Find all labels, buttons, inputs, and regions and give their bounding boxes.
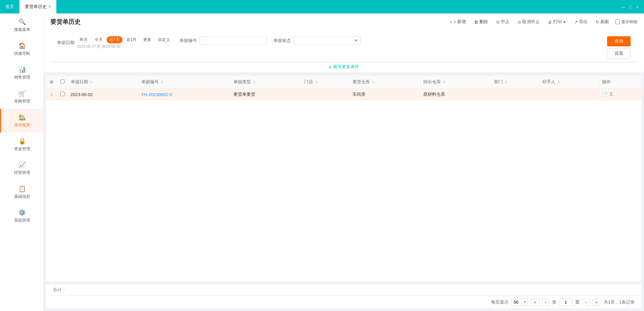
date-filter-group: 单据日期 昨天 今天 近7天 近1月 更多 自定义 2023-05-27 至 2…	[57, 36, 173, 49]
sort-handler-icon[interactable]: ⇅	[557, 80, 560, 84]
export-icon: ↗	[574, 19, 578, 25]
sidebar-item-quick-nav[interactable]: 🏠 快捷导航	[0, 37, 43, 61]
tab-order-history[interactable]: 要货单历史 ×	[19, 0, 56, 13]
cell-store	[301, 89, 350, 100]
sort-store-icon[interactable]: ⇅	[315, 80, 318, 84]
date-opt-7days[interactable]: 近7天	[107, 36, 122, 43]
page-total-info: 共1页，1条记录	[604, 299, 635, 305]
order-no-label: 单据编号	[179, 38, 197, 44]
table-summary: 合计：	[46, 284, 641, 296]
cell-department	[491, 89, 539, 100]
last-page-button[interactable]: »	[592, 299, 601, 306]
new-button[interactable]: ＋ + 新增	[447, 17, 468, 26]
sort-date-icon[interactable]: ⇅	[90, 80, 93, 84]
date-filter-options: 昨天 今天 近7天 近1月 更多 自定义 2023-05-27 至 2023-0…	[77, 36, 173, 49]
export-button[interactable]: ↗ 导出	[572, 17, 590, 26]
date-option-list: 昨天 今天 近7天 近1月 更多 自定义	[77, 36, 173, 43]
table-row: 1 2023-06-02 YH-20230602-0 要货单要货 车间库 原材料…	[46, 89, 641, 100]
maximize-icon[interactable]: □	[630, 4, 632, 9]
close-window-icon[interactable]: ×	[636, 4, 639, 9]
date-filter-label: 单据日期	[57, 40, 74, 46]
cell-handler	[540, 89, 599, 100]
filter-settings-button[interactable]: 设置	[607, 48, 631, 58]
row-more-icon[interactable]: ⠿	[609, 92, 613, 97]
sidebar-item-search-menu[interactable]: 🔍 搜索菜单	[0, 13, 43, 37]
page-size-select[interactable]: 50 20 100 200	[511, 299, 528, 306]
display-detail-checkbox[interactable]	[615, 19, 620, 24]
date-opt-today[interactable]: 今天	[92, 36, 105, 43]
sidebar: 🔍 搜索菜单 🏠 快捷导航 📊 销售管理 🛒 采购管理 🏡 库存核算 🔒 资金管…	[0, 13, 44, 311]
select-all-checkbox[interactable]	[60, 79, 65, 84]
display-detail-toggle[interactable]: 显示明细	[615, 19, 637, 25]
sort-dept-icon[interactable]: ⇅	[505, 80, 507, 84]
refresh-button[interactable]: ↻ 刷新	[594, 17, 611, 26]
sidebar-item-system[interactable]: ⚙️ 系统管理	[0, 204, 43, 228]
col-actions: 操作	[599, 76, 641, 89]
date-range-display: 2023-05-27 至 2023-06-02	[77, 44, 173, 49]
pagination-bar: 每页显示 50 20 100 200 « ‹ 第 页 › » 共1页，1条记录	[46, 296, 641, 308]
cell-pending-warehouse: 原材料仓库	[421, 89, 491, 100]
toolbar: ＋ + 新增 🗑 删除 ⊙ 中止 ⊙ 取消中止	[447, 17, 637, 26]
data-table: ⚙ 单据日期 ⇅ 单据编号 ⇅ 单据类型	[46, 76, 641, 100]
date-opt-yesterday[interactable]: 昨天	[77, 36, 91, 43]
sort-pending-wh-icon[interactable]: ⇅	[443, 80, 445, 84]
order-no-link[interactable]: YH-20230602-0	[141, 92, 172, 97]
col-pending-warehouse: 待出仓库 ⇅	[421, 76, 491, 89]
filter-actions: 查询 设置	[607, 36, 631, 58]
print-icon: 🖨	[548, 19, 552, 25]
order-no-filter-group: 单据编号	[179, 36, 267, 45]
basic-info-icon: 📋	[18, 185, 26, 192]
purchase-icon: 🛒	[18, 90, 26, 97]
col-settings[interactable]: ⚙	[46, 76, 57, 89]
new-icon: ＋	[449, 19, 453, 25]
tab-bar: 首页 要货单历史 ×	[0, 0, 621, 13]
sidebar-item-inventory[interactable]: 🏡 库存核算	[0, 109, 43, 133]
cancel-stop-button[interactable]: ⊙ 取消中止	[516, 17, 542, 26]
sort-type-icon[interactable]: ⇅	[253, 80, 256, 84]
date-opt-more[interactable]: 更多	[141, 36, 154, 43]
sidebar-item-purchase[interactable]: 🛒 采购管理	[0, 85, 43, 109]
page-header: 要货单历史 ＋ + 新增 🗑 删除 ⊙ 中止 ⊙	[44, 13, 644, 73]
filter-bar: 单据日期 昨天 今天 近7天 近1月 更多 自定义 2023-05-27 至 2…	[50, 33, 637, 62]
next-page-button[interactable]: ›	[582, 299, 590, 306]
sidebar-item-basic-info[interactable]: 📋 基础信息	[0, 180, 43, 204]
date-opt-custom[interactable]: 自定义	[155, 36, 173, 43]
col-checkbox	[57, 76, 68, 89]
first-page-button[interactable]: «	[531, 299, 539, 306]
page-label-before: 第	[552, 299, 556, 305]
sidebar-item-operation[interactable]: 📈 经营管理	[0, 157, 43, 180]
cell-order-type: 要货单要货	[231, 89, 302, 100]
delete-button[interactable]: 🗑 删除	[472, 17, 490, 26]
sort-order-no-icon[interactable]: ⇅	[161, 80, 163, 84]
inventory-icon: 🏡	[18, 114, 26, 121]
status-label: 单据状态	[273, 38, 291, 44]
expand-more-btn[interactable]: ∨ 展开更多条件	[50, 62, 637, 73]
order-no-input[interactable]	[200, 36, 267, 45]
close-tab-icon[interactable]: ×	[49, 4, 51, 9]
operation-icon: 📈	[18, 161, 26, 169]
stop-button[interactable]: ⊙ 中止	[494, 17, 512, 26]
page-number-input[interactable]	[559, 299, 573, 306]
col-order-no: 单据编号 ⇅	[139, 76, 231, 89]
prev-page-button[interactable]: ‹	[542, 299, 549, 306]
sidebar-item-sales[interactable]: 📊 销售管理	[0, 61, 43, 85]
minimize-icon[interactable]: —	[621, 4, 626, 9]
row-checkbox-cell	[57, 89, 68, 100]
col-store: 门店 ⇅	[301, 76, 350, 89]
status-select[interactable]	[293, 36, 361, 45]
sort-req-wh-icon[interactable]: ⇅	[372, 80, 375, 84]
query-button[interactable]: 查询	[607, 36, 631, 46]
date-opt-1month[interactable]: 近1月	[124, 36, 140, 43]
print-button[interactable]: 🖨 打印 ▼	[546, 17, 568, 26]
row-checkbox[interactable]	[60, 92, 65, 96]
table-container: ⚙ 单据日期 ⇅ 单据编号 ⇅ 单据类型	[46, 76, 641, 281]
tab-home[interactable]: 首页	[0, 0, 19, 13]
cell-actions: 📄 ⠿	[599, 89, 641, 100]
window-controls: — □ ×	[621, 4, 644, 9]
sidebar-item-finance[interactable]: 🔒 资金管理	[0, 133, 43, 157]
system-icon: ⚙️	[18, 209, 26, 216]
cancel-stop-icon: ⊙	[518, 19, 521, 25]
main-layout: 🔍 搜索菜单 🏠 快捷导航 📊 销售管理 🛒 采购管理 🏡 库存核算 🔒 资金管…	[0, 13, 644, 311]
row-edit-icon[interactable]: 📄	[602, 92, 607, 97]
col-handler: 经手人 ⇅	[540, 76, 599, 89]
